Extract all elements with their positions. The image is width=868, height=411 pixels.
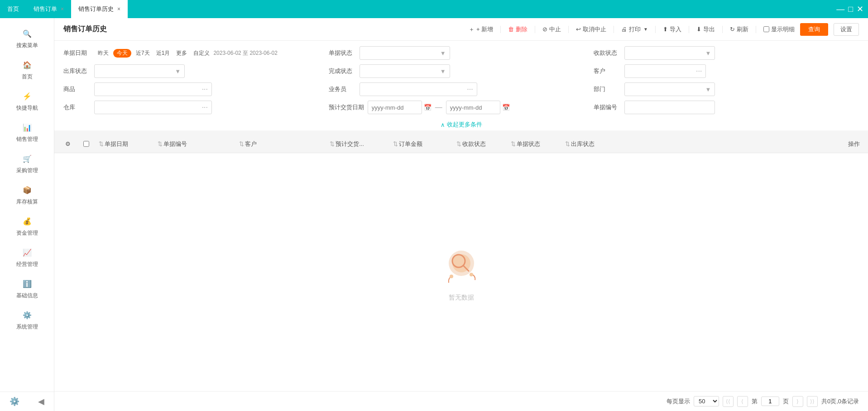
settings-button[interactable]: 设置 [834, 23, 859, 36]
goods-dots-icon[interactable]: ··· [202, 85, 208, 93]
tab-home[interactable]: 首页 [0, 0, 26, 18]
date-btn-1month[interactable]: 近1月 [154, 49, 172, 58]
warehouse-label: 仓库 [63, 103, 91, 111]
sidebar-item-search[interactable]: 🔍 搜索菜单 [0, 23, 54, 54]
sort-order-icon[interactable]: ⇅ [158, 140, 163, 147]
empty-area: 暂无数据 [54, 153, 868, 391]
th-checkbox[interactable] [77, 141, 95, 147]
doc-status-select[interactable]: ▼ [360, 46, 450, 60]
collapse-trigger[interactable]: ∧ 收起更多条件 [441, 121, 482, 129]
maximize-icon[interactable]: □ [848, 5, 853, 14]
sidebar-item-quicknav[interactable]: ⚡ 快捷导航 [0, 85, 54, 116]
filter-area: 单据日期 昨天 今天 近7天 近1月 更多 自定义 2023-06-02 至 2… [54, 41, 868, 131]
delete-button[interactable]: 🗑 删除 [508, 25, 528, 34]
page-input[interactable] [761, 396, 779, 406]
toolbar: ＋ + 新增 🗑 删除 ⊘ 中止 ↩ 取消中止 [469, 23, 859, 36]
page-label: 第 [752, 397, 758, 406]
import-button[interactable]: ⬆ 导入 [663, 25, 681, 34]
per-page-select[interactable]: 50 100 [694, 396, 719, 406]
date-btn-yesterday[interactable]: 昨天 [96, 49, 110, 58]
out-status-arrow-icon: ▼ [175, 68, 181, 75]
sort-customer-icon[interactable]: ⇅ [239, 140, 244, 147]
doc-no-label: 单据编号 [594, 103, 621, 111]
next-page-button[interactable]: ⟩ [792, 396, 803, 407]
sidebar-item-base-info[interactable]: ℹ️ 基础信息 [0, 273, 54, 304]
doc-no-input[interactable] [624, 101, 715, 114]
query-button[interactable]: 查询 [800, 23, 828, 36]
export-button[interactable]: ⬇ 导出 [696, 25, 715, 34]
svg-point-5 [470, 273, 473, 276]
cancel-stop-button[interactable]: ↩ 取消中止 [576, 25, 606, 34]
date-btn-7days[interactable]: 近7天 [134, 49, 152, 58]
sort-date-icon[interactable]: ⇅ [99, 140, 104, 147]
goods-select[interactable]: ··· [94, 82, 212, 96]
cal-start-icon[interactable]: 📅 [424, 104, 432, 111]
date-btn-more[interactable]: 更多 [174, 49, 189, 58]
stop-icon: ⊘ [542, 26, 547, 33]
system-icon: ⚙️ [21, 309, 34, 321]
refresh-button[interactable]: ↻ 刷新 [730, 25, 748, 34]
print-button[interactable]: 🖨 打印 ▼ [621, 25, 648, 34]
new-button[interactable]: ＋ + 新增 [469, 25, 493, 34]
delivery-date-end[interactable] [446, 101, 500, 114]
sort-amount-icon[interactable]: ⇅ [393, 140, 398, 147]
out-status-select[interactable]: ▼ [94, 64, 185, 78]
close-tab-sales-order-history-icon[interactable]: × [117, 6, 120, 12]
sidebar-settings-icon[interactable]: ⚙️ [10, 396, 19, 406]
display-detail-input[interactable] [763, 26, 769, 32]
sidebar-item-operations[interactable]: 📈 经营管理 [0, 242, 54, 273]
date-btn-today[interactable]: 今天 [113, 49, 131, 58]
receipt-status-arrow-icon: ▼ [705, 50, 711, 57]
filter-group-date: 单据日期 昨天 今天 近7天 近1月 更多 自定义 2023-06-02 至 2… [63, 49, 329, 58]
empty-text: 暂无数据 [449, 294, 474, 302]
print-dropdown-icon[interactable]: ▼ [643, 27, 648, 32]
sidebar-item-system[interactable]: ⚙️ 系统管理 [0, 304, 54, 335]
warehouse-dots-icon[interactable]: ··· [202, 103, 208, 111]
sidebar-item-inventory[interactable]: 📦 库存核算 [0, 179, 54, 210]
delivery-date-start[interactable] [368, 101, 422, 114]
dept-select[interactable]: ▼ [624, 82, 715, 96]
new-icon: ＋ [469, 25, 475, 34]
sort-out-status-icon[interactable]: ⇅ [565, 140, 570, 147]
date-quick-btns: 昨天 今天 近7天 近1月 更多 自定义 [96, 49, 211, 58]
prev-page-button[interactable]: ⟨ [737, 396, 748, 407]
th-doc-status: ⇅ 单据状态 [507, 140, 561, 148]
sort-doc-status-icon[interactable]: ⇅ [511, 140, 516, 147]
tab-sales-order[interactable]: 销售订单 × [26, 0, 71, 18]
sidebar-item-home[interactable]: 🏠 首页 [0, 54, 54, 85]
first-page-button[interactable]: ⟨⟨ [723, 396, 734, 407]
sort-payment-icon[interactable]: ⇅ [456, 140, 461, 147]
tab-sales-order-history[interactable]: 销售订单历史 × [71, 0, 128, 18]
top-bar: 首页 销售订单 × 销售订单历史 × — □ ✕ [0, 0, 868, 18]
th-settings[interactable]: ⚙ [59, 140, 77, 147]
date-btn-custom[interactable]: 自定义 [192, 49, 211, 58]
sidebar-item-finance[interactable]: 💰 资金管理 [0, 210, 54, 242]
top-tabs: 首页 销售订单 × 销售订单历史 × [0, 0, 836, 18]
sidebar-item-sales[interactable]: 📊 销售管理 [0, 116, 54, 148]
salesperson-dots-icon[interactable]: ··· [467, 85, 473, 93]
customer-dots-icon[interactable]: ··· [696, 67, 702, 75]
sort-delivery-icon[interactable]: ⇅ [330, 140, 335, 147]
cal-end-icon[interactable]: 📅 [502, 104, 510, 111]
page-unit: 页 [783, 397, 789, 406]
customer-select[interactable]: ··· [624, 64, 706, 78]
minimize-icon[interactable]: — [836, 5, 844, 14]
warehouse-select[interactable]: ··· [94, 101, 212, 114]
select-all-checkbox[interactable] [83, 141, 89, 147]
window-close-icon[interactable]: ✕ [857, 4, 863, 14]
th-date: ⇅ 单据日期 [95, 140, 154, 148]
content: 销售订单历史 ＋ + 新增 🗑 删除 ⊘ 中止 ↩ [54, 18, 868, 411]
display-detail-checkbox[interactable]: 显示明细 [763, 25, 795, 34]
delivery-date-label: 预计交货日期 [329, 103, 364, 111]
receipt-status-select[interactable]: ▼ [624, 46, 715, 60]
settings-gear-icon[interactable]: ⚙ [65, 140, 71, 147]
sidebar-collapse-icon[interactable]: ◀ [38, 396, 44, 406]
stop-button[interactable]: ⊘ 中止 [542, 25, 561, 34]
sidebar-item-purchase[interactable]: 🛒 采购管理 [0, 148, 54, 179]
last-page-button[interactable]: ⟩⟩ [807, 396, 818, 407]
complete-status-select[interactable]: ▼ [360, 64, 450, 78]
salesperson-select[interactable]: ··· [360, 82, 477, 96]
close-tab-sales-order-icon[interactable]: × [61, 6, 64, 12]
refresh-icon: ↻ [730, 26, 735, 33]
page-header: 销售订单历史 ＋ + 新增 🗑 删除 ⊘ 中止 ↩ [54, 18, 868, 41]
